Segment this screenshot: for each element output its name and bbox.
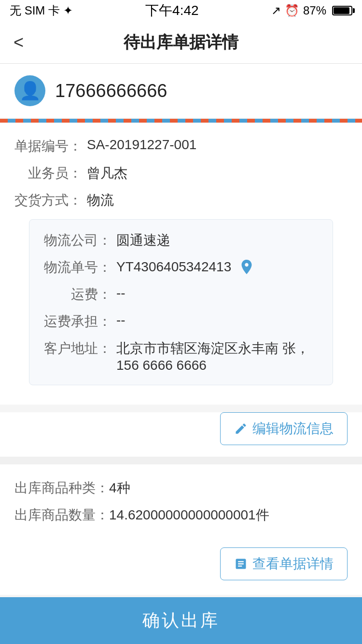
profile-section: 👤 17666666666 [0,64,362,118]
delivery-method-value: 物流 [87,191,348,210]
confirm-button[interactable]: 确认出库 [0,597,362,644]
edit-logistics-button[interactable]: 编辑物流信息 [220,412,348,445]
address-label: 客户地址： [44,339,111,358]
alarm-icon: ⏰ [285,4,299,17]
freight-row: 运费： -- [44,285,318,304]
status-bar-time: 下午4:42 [145,1,199,20]
logistics-company-value: 圆通速递 [116,231,318,250]
freight-value: -- [116,285,318,301]
sales-person-row: 业务员： 曾凡杰 [14,164,348,182]
battery-icon [332,6,352,15]
status-bar-left: 无 SIM 卡 ✦ [10,3,73,18]
document-icon [234,557,248,571]
freight-bearer-value: -- [116,312,318,328]
edit-icon [234,422,248,435]
view-details-button[interactable]: 查看单据详情 [220,547,348,580]
basic-info-section: 单据编号： SA-20191227-001 业务员： 曾凡杰 交货方式： 物流 … [0,123,362,405]
edit-logistics-label: 编辑物流信息 [252,420,334,438]
nav-bar: < 待出库单据详情 [0,21,362,64]
order-number-label: 单据编号： [14,137,82,155]
sales-person-label: 业务员： [14,164,82,182]
goods-section: 出库商品种类： 4种 出库商品数量： 14.62000000000000001件 [0,464,362,543]
logistics-tracking-label: 物流单号： [44,258,111,277]
freight-bearer-label: 运费承担： [44,312,111,331]
dashed-divider [0,119,362,123]
goods-quantity-label: 出库商品数量： [14,506,109,524]
location-icon-status: ↗ [271,4,281,17]
view-details-label: 查看单据详情 [252,555,334,573]
back-button[interactable]: < [14,32,24,53]
freight-bearer-row: 运费承担： -- [44,312,318,331]
freight-label: 运费： [44,285,111,304]
goods-type-value: 4种 [109,479,130,497]
status-bar: 无 SIM 卡 ✦ 下午4:42 ↗ ⏰ 87% [0,0,362,21]
delivery-method-label: 交货方式： [14,191,82,210]
logistics-company-label: 物流公司： [44,231,111,250]
edit-btn-row: 编辑物流信息 [0,412,362,457]
delivery-method-row: 交货方式： 物流 [14,191,348,210]
logistics-company-row: 物流公司： 圆通速递 [44,231,318,250]
phone-number: 17666666666 [55,81,167,101]
battery-percent: 87% [303,4,326,17]
avatar: 👤 [14,75,45,106]
map-pin-icon[interactable] [238,258,255,276]
tracking-number: YT4306405342413 [116,259,231,275]
page-title: 待出库单据详情 [124,31,238,54]
order-number-value: SA-20191227-001 [87,137,348,153]
goods-type-label: 出库商品种类： [14,479,109,497]
address-row: 客户地址： 北京市市辖区海淀区永丰南 张，156 6666 6666 [44,339,318,373]
goods-quantity-row: 出库商品数量： 14.62000000000000001件 [14,506,348,524]
logistics-tracking-row: 物流单号： YT4306405342413 [44,258,318,277]
logistics-card: 物流公司： 圆通速递 物流单号： YT4306405342413 运费： -- [29,219,333,385]
confirm-button-label: 确认出库 [142,610,220,630]
section-divider [0,457,362,464]
goods-quantity-value: 14.62000000000000001件 [109,506,269,524]
logistics-tracking-value: YT4306405342413 [116,258,318,276]
avatar-icon: 👤 [19,81,41,101]
view-btn-row: 查看单据详情 [0,543,362,595]
goods-type-row: 出库商品种类： 4种 [14,479,348,497]
order-number-row: 单据编号： SA-20191227-001 [14,137,348,155]
sales-person-value: 曾凡杰 [87,164,348,182]
sim-status: 无 SIM 卡 ✦ [10,3,73,18]
status-bar-right: ↗ ⏰ 87% [271,4,352,17]
address-value: 北京市市辖区海淀区永丰南 张，156 6666 6666 [116,339,318,373]
